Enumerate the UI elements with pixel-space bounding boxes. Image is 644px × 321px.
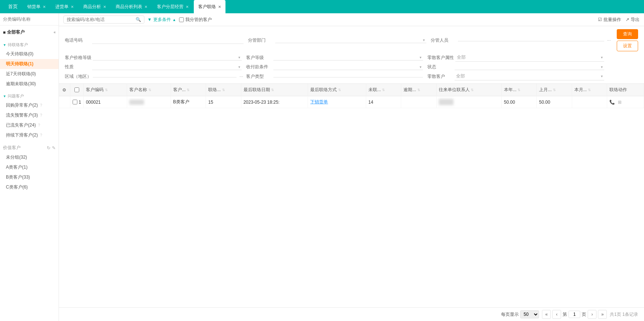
nav-tab-customer-contact[interactable]: 客户联络 ✕ [194, 0, 225, 13]
close-icon[interactable]: ✕ [103, 5, 106, 9]
sort-icon[interactable]: ⇅ [553, 88, 556, 92]
sidebar-item-tomorrow[interactable]: 明天待联络(1) [0, 59, 59, 69]
grid-icon[interactable]: ⊞ [618, 100, 622, 105]
sort-icon[interactable]: ⇅ [222, 88, 225, 92]
sidebar-group-title-pending[interactable]: 待联络客户 [0, 41, 59, 49]
value-group-icons[interactable]: ↻ ✎ [47, 145, 56, 151]
first-page-btn[interactable]: « [542, 310, 551, 319]
nav-tab-customer-tier[interactable]: 客户分层经营 ✕ [153, 0, 193, 13]
sidebar-all-customers[interactable]: ■ 全部客户 « [0, 27, 59, 38]
close-icon[interactable]: ✕ [186, 5, 189, 9]
td-checkbox[interactable]: 1 [70, 96, 84, 108]
sort-icon[interactable]: ⇅ [588, 88, 591, 92]
filter-region-dots[interactable]: ··· [239, 74, 243, 79]
close-icon[interactable]: ✕ [71, 5, 74, 9]
contact-method-link[interactable]: 下销货单 [310, 99, 328, 104]
page-nav: « ‹ 第 页 › » [542, 310, 607, 319]
th-settings[interactable]: ⚙ [59, 84, 70, 96]
refresh-icon[interactable]: ↻ [47, 145, 50, 151]
sidebar-group-title-problem[interactable]: 问题客户 [0, 92, 59, 100]
th-overdue: 逾期... ⇅ [401, 84, 436, 96]
phone-icon[interactable]: 📞 [609, 100, 615, 105]
sidebar-search-input[interactable] [3, 17, 58, 22]
sidebar-group-value: 价值客户 ↻ ✎ 未分组(32) A类客户(1) B类客户(33) C类客户(6… [0, 142, 59, 194]
filter-row-1: 电话号码 分管部门 ▾ 分管人员 ··· 查询 [65, 29, 638, 51]
sidebar-item-churn-warning[interactable]: 流失预警客户(3) ? [0, 110, 59, 120]
sidebar-item-overdue[interactable]: 逾期未联络(30) [0, 79, 59, 89]
sidebar-item-7days[interactable]: 近7天待联络(0) [0, 69, 59, 79]
search-input-wrap: 🔍 [63, 15, 144, 24]
nav-home[interactable]: 首页 [4, 0, 22, 13]
sidebar-item-repurchase[interactable]: 回购异常客户(2) ? [0, 100, 59, 110]
filter-cust-type-select[interactable] [273, 76, 423, 77]
filter-price-select[interactable]: ▾ [93, 55, 242, 61]
filter-manager-select[interactable] [458, 39, 604, 41]
help-icon[interactable]: ? [40, 103, 42, 107]
th-this-year: 本年... ⇅ [501, 84, 536, 96]
search-submit-icon[interactable]: 🔍 [136, 17, 141, 22]
sort-icon[interactable]: ⇅ [105, 88, 108, 92]
last-page-btn[interactable]: » [598, 310, 607, 319]
per-page-select[interactable]: 50 20 100 200 [520, 310, 539, 318]
sidebar-item-ungrouped[interactable]: 未分组(32) [0, 152, 59, 162]
filter-nature-select[interactable]: ▾ [92, 64, 242, 70]
filter-cust-level-select[interactable]: ▾ [273, 55, 423, 61]
sort-icon[interactable]: ⇅ [417, 88, 420, 92]
filter-retail-cust-select[interactable]: 全部▾ [455, 72, 604, 80]
close-icon[interactable]: ✕ [218, 5, 221, 9]
filter-manager-dots[interactable]: ··· [607, 38, 611, 43]
sort-icon[interactable]: ⇅ [338, 88, 341, 92]
sort-icon[interactable]: ⇅ [382, 88, 385, 92]
nav-tab-purchase[interactable]: 进货单 ✕ [51, 0, 78, 13]
filter-phone-input[interactable] [92, 37, 244, 44]
close-icon[interactable]: ✕ [144, 5, 147, 9]
set-button[interactable]: 设置 [617, 41, 638, 51]
sidebar-search-wrap: 🔍 [0, 13, 59, 25]
batch-ops-btn[interactable]: ☑ 批量操作 [598, 17, 621, 23]
table-wrap: ⚙ 客户编码 ⇅ 客户名称 ⇅ 客户... ⇅ [59, 84, 644, 307]
top-nav: 首页 销货单 ✕ 进货单 ✕ 商品分析 ✕ 商品分析列表 ✕ 客户分层经营 ✕ … [0, 0, 644, 13]
my-customers-checkbox[interactable] [179, 17, 184, 22]
collapse-icon[interactable]: « [53, 30, 56, 34]
sort-icon[interactable]: ⇅ [187, 88, 190, 92]
sidebar-item-class-c[interactable]: C类客户(6) [0, 182, 59, 192]
filter-status-select[interactable]: ▾ [455, 64, 604, 70]
sidebar-item-churned[interactable]: 已流失客户(24) ? [0, 120, 59, 130]
filter-field-manager: 分管人员 ··· [431, 37, 611, 44]
nav-tab-analysis[interactable]: 商品分析 ✕ [79, 0, 111, 13]
th-checkbox[interactable] [70, 84, 84, 96]
filter-retail-attr-select[interactable]: 全部▾ [455, 54, 604, 62]
my-customers-label[interactable]: 我分管的客户 [179, 17, 212, 23]
export-btn[interactable]: ↗ 导出 [626, 17, 640, 23]
query-button[interactable]: 查询 [617, 29, 638, 39]
help-icon[interactable]: ? [38, 123, 40, 127]
filter-payment-select[interactable]: ▾ [273, 64, 423, 70]
sidebar-group-title-value[interactable]: 价值客户 ↻ ✎ [0, 143, 59, 152]
td-last-contact-method[interactable]: 下销货单 [308, 96, 366, 108]
row-checkbox[interactable] [73, 100, 77, 104]
sidebar-item-declining[interactable]: 持续下滑客户(2) ? [0, 130, 59, 140]
td-action[interactable]: 📞 ⊞ [607, 96, 644, 108]
sidebar-item-class-a[interactable]: A类客户(1) [0, 162, 59, 172]
sort-icon[interactable]: ⇅ [148, 88, 151, 92]
sidebar-item-class-b[interactable]: B类客户(33) [0, 172, 59, 182]
nav-tab-sales[interactable]: 销货单 ✕ [23, 0, 50, 13]
help-icon[interactable]: ? [40, 133, 42, 137]
prev-page-btn[interactable]: ‹ [552, 310, 561, 319]
sort-icon[interactable]: ⇅ [471, 88, 474, 92]
next-page-btn[interactable]: › [588, 310, 596, 319]
sort-icon[interactable]: ⇅ [518, 88, 521, 92]
filter-region-select[interactable] [93, 76, 237, 77]
edit-icon[interactable]: ✎ [52, 145, 56, 151]
filter-price-label: 客户价格等级 [65, 55, 91, 61]
select-all-checkbox[interactable] [74, 87, 79, 92]
page-input[interactable] [568, 311, 580, 318]
filter-more-btn[interactable]: ▼ 更多条件 ▲ [147, 17, 176, 23]
search-input[interactable] [67, 17, 136, 22]
close-icon[interactable]: ✕ [43, 5, 46, 9]
help-icon[interactable]: ? [40, 113, 42, 117]
nav-tab-analysis-list[interactable]: 商品分析列表 ✕ [111, 0, 152, 13]
sort-icon[interactable]: ⇅ [271, 88, 274, 92]
sidebar-item-today[interactable]: 今天待联络(0) [0, 49, 59, 59]
filter-dept-select[interactable]: ▾ [275, 37, 427, 43]
